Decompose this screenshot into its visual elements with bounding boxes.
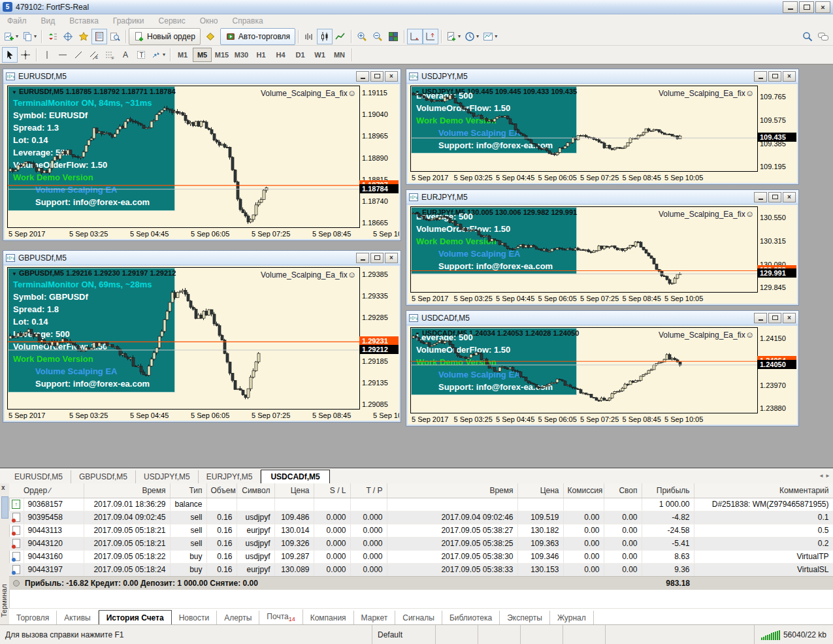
history-row[interactable]: 904431972017.09.05 05:18:24buy0.16eurjpy… <box>9 563 833 576</box>
terminal-tab-журнал[interactable]: Журнал <box>550 611 594 624</box>
timeframe-m15[interactable]: M15 <box>212 48 231 62</box>
chart-restore-button[interactable] <box>768 313 781 323</box>
candlestick-chart-button[interactable] <box>317 29 333 44</box>
crosshair-tool-button[interactable] <box>18 47 33 63</box>
chart-close-button[interactable]: × <box>783 71 796 82</box>
column-header-6[interactable]: S / L <box>314 483 350 498</box>
text-tool-button[interactable]: A <box>118 47 133 63</box>
terminal-tab-история-счета[interactable]: История Счета <box>99 610 172 624</box>
time-axis[interactable]: 5 Sep 20175 Sep 03:255 Sep 04:455 Sep 06… <box>410 414 797 425</box>
terminal-tab-эксперты[interactable]: Эксперты <box>500 611 550 624</box>
price-axis[interactable]: 1.293851.293351.292851.292351.291851.291… <box>359 267 399 409</box>
chart-minimize-button[interactable] <box>754 71 767 82</box>
column-header-12[interactable]: Прибыль <box>642 483 694 498</box>
column-header-4[interactable]: Символ <box>237 483 274 498</box>
bar-chart-button[interactable] <box>301 29 317 44</box>
menu-item[interactable]: Вставка <box>62 16 106 25</box>
timeframe-m30[interactable]: M30 <box>232 48 251 62</box>
terminal-tab-сигналы[interactable]: Сигналы <box>395 611 442 624</box>
column-header-8[interactable]: Время <box>387 483 517 498</box>
terminal-tab-почта[interactable]: Почта14 <box>259 609 302 624</box>
column-header-2[interactable]: Тип <box>170 483 206 498</box>
chart-window-titlebar[interactable]: USDCADf,M5× <box>406 311 798 325</box>
chart-close-button[interactable]: × <box>385 253 398 263</box>
terminal-tab-алерты[interactable]: Алерты <box>217 611 259 624</box>
time-axis[interactable]: 5 Sep 20175 Sep 03:255 Sep 04:455 Sep 06… <box>7 410 399 421</box>
terminal-tab-торговля[interactable]: Торговля <box>9 611 57 624</box>
timeframe-m1[interactable]: M1 <box>173 48 192 62</box>
terminal-tab-маркет[interactable]: Маркет <box>354 611 396 624</box>
chart-plot-area[interactable]: ▼USDJPYf,M5 109.445 109.445 109.433 109.… <box>410 86 758 172</box>
close-button[interactable]: × <box>815 1 830 13</box>
terminal-close-icon[interactable]: x <box>1 485 5 491</box>
chart-tab-usdjpyf-m5[interactable]: USDJPYf,M5 <box>136 470 199 483</box>
status-profile[interactable]: Default <box>372 625 435 644</box>
menu-item[interactable]: Справка <box>225 16 270 25</box>
column-header-1[interactable]: Время <box>84 483 170 498</box>
chart-minimize-button[interactable] <box>754 313 767 323</box>
navigator-button[interactable] <box>76 29 91 44</box>
history-row[interactable]: ↑903681572017.09.01 18:36:29balance1 000… <box>9 498 833 511</box>
column-header-9[interactable]: Цена <box>517 483 563 498</box>
column-header-10[interactable]: Комиссия <box>563 483 604 498</box>
new-order-button[interactable]: Новый ордер <box>129 28 201 45</box>
chart-plot-area[interactable]: ▼USDCADf,M5 1.24034 1.24053 1.24028 1.24… <box>410 327 758 413</box>
chart-shift-button[interactable] <box>423 29 438 44</box>
terminal-scrollbar[interactable] <box>1 496 8 519</box>
chart-restore-button[interactable] <box>370 71 384 82</box>
menu-item[interactable]: Вид <box>34 16 63 25</box>
terminal-tab-активы[interactable]: Активы <box>57 611 99 624</box>
search-button[interactable] <box>800 29 815 44</box>
new-chart-button[interactable]: ▾ <box>2 29 20 44</box>
timeframe-m5[interactable]: M5 <box>193 48 212 62</box>
menu-item[interactable]: Окно <box>193 16 225 25</box>
menu-item[interactable]: Графики <box>106 16 152 25</box>
market-watch-button[interactable] <box>44 29 60 44</box>
time-axis[interactable]: 5 Sep 20175 Sep 03:255 Sep 04:455 Sep 06… <box>7 229 399 239</box>
chart-tab-usdcadf-m5[interactable]: USDCADf,M5 <box>261 470 329 483</box>
timeframe-w1[interactable]: W1 <box>310 48 329 62</box>
chart-window-usdcadf-m5[interactable]: USDCADf,M5×▼USDCADf,M5 1.24034 1.24053 1… <box>406 310 799 427</box>
data-window-button[interactable] <box>60 29 76 44</box>
chart-plot-area[interactable]: ▼GBPUSDf,M5 1.29216 1.29230 1.29197 1.29… <box>7 267 360 410</box>
auto-trading-button[interactable]: Авто-торговля <box>220 28 295 45</box>
connection-status[interactable]: 56040/22 kb <box>754 625 833 644</box>
chart-close-button[interactable]: × <box>783 192 796 202</box>
chart-restore-button[interactable] <box>768 192 781 202</box>
chart-tab-eurusdf-m5[interactable]: EURUSDf,M5 <box>7 470 71 483</box>
column-header-11[interactable]: Своп <box>604 483 642 498</box>
column-header-0[interactable]: Ордер ∕ <box>9 483 84 498</box>
terminal-tab-компания[interactable]: Компания <box>303 611 354 624</box>
chart-window-gbpusdf-m5[interactable]: GBPUSDf,M5×▼GBPUSDf,M5 1.29216 1.29230 1… <box>3 250 401 423</box>
maximize-button[interactable] <box>799 1 814 13</box>
tab-scroll-arrows[interactable]: ◄ ► <box>819 473 830 479</box>
column-header-7[interactable]: T / P <box>350 483 387 498</box>
arrows-tool-button[interactable]: ▾ <box>149 47 167 63</box>
chart-close-button[interactable]: × <box>385 71 398 82</box>
history-row[interactable]: 904431602017.09.05 05:18:22buy0.16usdjpy… <box>9 550 833 563</box>
price-axis[interactable]: 130.550130.315130.080129.845130.022129.9… <box>757 206 797 292</box>
column-header-3[interactable]: Объем <box>206 483 237 498</box>
price-axis[interactable]: 1.191151.190401.189651.188901.188151.187… <box>359 86 399 227</box>
chart-window-eurjpyf-m5[interactable]: EURJPYf,M5×▼EURJPYf,M5 130.005 130.006 1… <box>406 189 799 306</box>
zoom-in-button[interactable] <box>354 29 370 44</box>
metaeditor-button[interactable] <box>203 29 218 44</box>
chart-window-titlebar[interactable]: EURJPYf,M5× <box>406 190 798 204</box>
chart-window-eurusdf-m5[interactable]: EURUSDf,M5×▼EURUSDf,M5 1.18785 1.18792 1… <box>3 69 401 241</box>
chart-plot-area[interactable]: ▼EURUSDf,M5 1.18785 1.18792 1.18771 1.18… <box>7 86 360 228</box>
cursor-tool-button[interactable] <box>2 47 18 63</box>
chat-button[interactable] <box>815 29 831 44</box>
channel-tool-button[interactable]: E <box>86 47 102 63</box>
chart-window-titlebar[interactable]: USDJPYf,M5× <box>406 69 798 84</box>
line-chart-button[interactable] <box>333 29 348 44</box>
templates-button[interactable]: ▾ <box>481 29 499 44</box>
history-header-row[interactable]: Ордер ∕ВремяТипОбъемСимволЦенаS / LT / P… <box>9 483 833 498</box>
menu-item[interactable]: Сервис <box>152 16 193 25</box>
indicators-button[interactable]: ▾ <box>444 29 463 44</box>
tile-windows-button[interactable] <box>385 29 401 44</box>
periods-button[interactable]: ▾ <box>463 29 481 44</box>
chart-tab-eurjpyf-m5[interactable]: EURJPYf,M5 <box>199 470 261 483</box>
terminal-button[interactable] <box>91 29 107 44</box>
history-row[interactable]: 904431202017.09.05 05:18:21sell0.16usdjp… <box>9 537 833 550</box>
history-row[interactable]: 903954582017.09.04 09:02:45sell0.16usdjp… <box>9 511 833 524</box>
